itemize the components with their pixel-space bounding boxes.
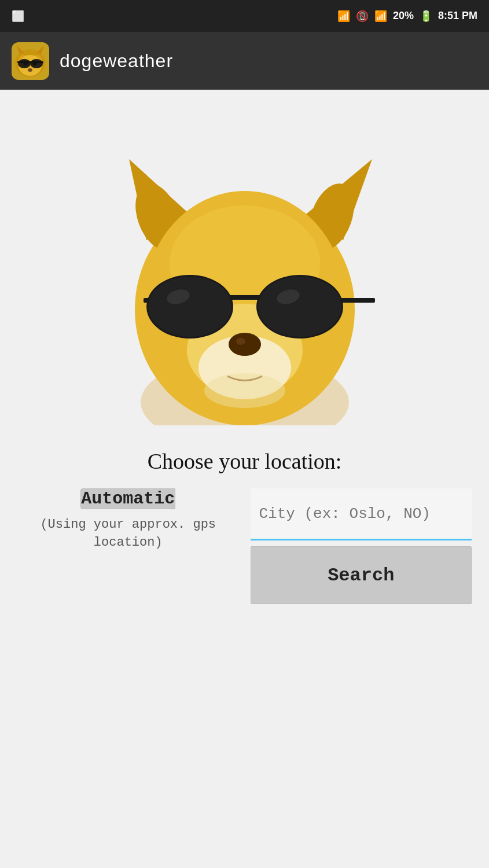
wifi-icon: 📶 <box>337 10 350 23</box>
svg-point-33 <box>204 373 285 408</box>
choose-location-title: Choose your location: <box>148 448 342 474</box>
svg-point-10 <box>30 59 43 68</box>
right-column: Search <box>245 488 478 604</box>
svg-point-9 <box>18 59 31 68</box>
svg-rect-32 <box>340 298 375 303</box>
app-title: dogeweather <box>60 50 173 72</box>
automatic-button[interactable]: Automatic <box>80 488 175 509</box>
screen-icon: ⬜ <box>12 10 24 23</box>
svg-point-29 <box>258 277 341 337</box>
svg-point-26 <box>148 277 231 337</box>
doge-image-container <box>0 90 489 437</box>
search-button[interactable]: Search <box>251 546 472 604</box>
battery-percent: 20% <box>393 10 414 22</box>
app-bar: dogeweather <box>0 32 489 90</box>
doge-logo-icon <box>12 42 49 80</box>
left-column: Automatic (Using your approx. gps locati… <box>12 488 245 552</box>
location-section: Choose your location: Automatic (Using y… <box>0 437 489 621</box>
svg-marker-4 <box>36 45 45 54</box>
svg-point-11 <box>28 68 32 72</box>
main-content: Choose your location: Automatic (Using y… <box>0 90 489 621</box>
app-logo <box>12 42 49 80</box>
svg-point-22 <box>229 333 261 356</box>
svg-marker-3 <box>16 45 24 54</box>
gps-note: (Using your approx. gps location) <box>17 516 239 552</box>
status-bar: ⬜ 📶 📵 📶 20% 🔋 8:51 PM <box>0 0 489 32</box>
city-input[interactable] <box>251 488 472 540</box>
svg-point-23 <box>236 338 245 345</box>
battery-icon: 🔋 <box>420 10 432 23</box>
signal-icon: 📶 <box>374 10 387 23</box>
time-display: 8:51 PM <box>438 10 477 22</box>
doge-main-image <box>100 101 389 425</box>
svg-rect-31 <box>144 298 149 303</box>
lower-area: Automatic (Using your approx. gps locati… <box>12 488 477 604</box>
sim-icon: 📵 <box>356 10 369 23</box>
